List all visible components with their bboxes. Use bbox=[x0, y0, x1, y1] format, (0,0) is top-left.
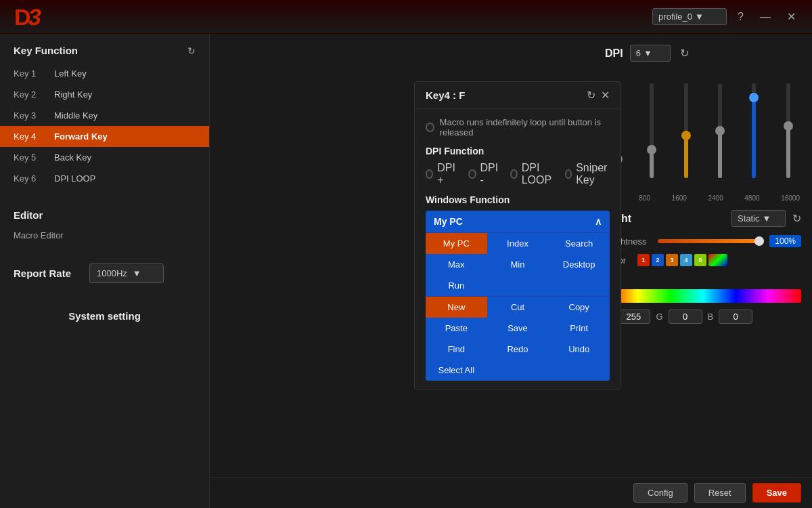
reset-button[interactable]: Reset bbox=[694, 483, 746, 503]
color-gradient[interactable] bbox=[605, 289, 801, 303]
light-header: Light Static ▼ ↻ bbox=[605, 210, 801, 227]
dialog-close-button[interactable]: ✕ bbox=[601, 89, 610, 102]
dropdown-item-new[interactable]: New bbox=[426, 297, 487, 318]
selected-color-number: 1 bbox=[605, 273, 801, 287]
light-mode-selector[interactable]: Static ▼ bbox=[731, 210, 786, 227]
dpi-option-minus[interactable]: DPI - bbox=[468, 162, 500, 186]
dpi-numbers: 400 800 1600 2400 4800 16000 bbox=[605, 194, 801, 202]
dropdown-item-mypc[interactable]: My PC bbox=[426, 233, 487, 254]
dropdown-item-search[interactable]: Search bbox=[548, 233, 610, 254]
system-setting-button[interactable]: System setting bbox=[0, 297, 209, 335]
dpi-option-plus[interactable]: DPI + bbox=[426, 162, 457, 186]
dropdown-item-copy[interactable]: Copy bbox=[548, 297, 610, 318]
editor-title: Editor bbox=[14, 209, 196, 221]
key-list-item-1[interactable]: Key 1 Left Key bbox=[0, 63, 209, 84]
macro-loop-option[interactable]: Macro runs indefinitely loop until butto… bbox=[426, 117, 610, 137]
dpi-section: DPI 6 ▼ ↻ bbox=[605, 45, 801, 202]
macro-loop-radio[interactable] bbox=[426, 123, 434, 132]
key-list-item-2[interactable]: Key 2 Right Key bbox=[0, 84, 209, 105]
color-dot-2[interactable]: 2 bbox=[652, 254, 664, 266]
dropdown-item-index[interactable]: Index bbox=[487, 233, 549, 254]
dpi-sniper-radio[interactable] bbox=[565, 169, 572, 179]
macro-editor-button[interactable]: Macro Editor bbox=[14, 228, 196, 243]
app-logo: D 3 bbox=[11, 3, 51, 30]
rgb-row: R G B bbox=[605, 310, 801, 324]
dpi-slider-4[interactable] bbox=[707, 83, 733, 178]
color-row: Color 1 2 3 4 5 bbox=[605, 254, 801, 266]
key-function-header: Key Function ↻ bbox=[0, 45, 209, 63]
dpi-slider-3[interactable] bbox=[673, 83, 699, 178]
profile-selector[interactable]: profile_0 ▼ bbox=[652, 8, 727, 25]
dropdown-item-desktop[interactable]: Desktop bbox=[548, 254, 610, 275]
dpi-function-title: DPI Function bbox=[426, 146, 610, 156]
dpi-val-3: 1600 bbox=[672, 194, 687, 202]
dropdown-item-redo[interactable]: Redo bbox=[487, 339, 549, 360]
report-rate-section: Report Rate 1000Hz ▼ bbox=[0, 257, 209, 290]
dialog-refresh-button[interactable]: ↻ bbox=[587, 89, 595, 102]
dpi-option-loop[interactable]: DPI LOOP bbox=[510, 162, 554, 186]
dropdown-selected: My PC bbox=[434, 216, 463, 227]
b-input[interactable] bbox=[719, 310, 752, 324]
dropdown-header[interactable]: My PC ∧ bbox=[426, 211, 610, 232]
dpi-val-5: 4800 bbox=[744, 194, 759, 202]
light-refresh-button[interactable]: ↻ bbox=[792, 212, 801, 225]
dropdown-item-max[interactable]: Max bbox=[426, 254, 487, 275]
color-dot-3[interactable]: 3 bbox=[666, 254, 678, 266]
dropdown-item-cut[interactable]: Cut bbox=[487, 297, 549, 318]
key-list-item-3[interactable]: Key 3 Middle Key bbox=[0, 105, 209, 126]
g-input[interactable] bbox=[669, 310, 702, 324]
windows-dropdown: My PC ∧ My PC Index Search Max bbox=[426, 211, 610, 381]
dropdown-item-run[interactable]: Run bbox=[426, 275, 487, 296]
dropdown-item-select-all[interactable]: Select All bbox=[426, 360, 487, 381]
color-dot-1[interactable]: 1 bbox=[637, 254, 650, 266]
close-button[interactable]: ✕ bbox=[782, 7, 801, 26]
dpi-count-selector[interactable]: 6 ▼ bbox=[630, 45, 671, 62]
report-rate-dropdown-icon: ▼ bbox=[133, 268, 141, 278]
brightness-slider[interactable] bbox=[658, 239, 764, 243]
color-dot-4[interactable]: 4 bbox=[680, 254, 692, 266]
config-button[interactable]: Config bbox=[633, 483, 687, 503]
key-function-1: Left Key bbox=[54, 68, 87, 79]
report-rate-label: Report Rate bbox=[14, 268, 81, 279]
dpi-slider-2[interactable] bbox=[639, 83, 664, 178]
color-dot-5[interactable]: 5 bbox=[694, 254, 706, 266]
color-swatch[interactable] bbox=[708, 254, 727, 266]
dialog-content: Macro runs indefinitely loop until butto… bbox=[415, 109, 621, 389]
report-rate-value: 1000Hz bbox=[97, 268, 127, 278]
dpi-sliders bbox=[605, 70, 801, 192]
dpi-minus-radio[interactable] bbox=[468, 169, 476, 179]
dpi-plus-radio[interactable] bbox=[426, 169, 433, 179]
dpi-loop-radio[interactable] bbox=[510, 169, 517, 179]
key-function-refresh-button[interactable]: ↻ bbox=[187, 45, 196, 56]
light-mode: Static bbox=[738, 213, 760, 224]
bottom-bar: Config Reset Save bbox=[210, 477, 812, 508]
dpi-sniper-label: Sniper Key bbox=[576, 162, 610, 186]
dpi-minus-label: DPI - bbox=[480, 162, 500, 186]
dropdown-item-paste[interactable]: Paste bbox=[426, 318, 487, 339]
key-list-item-5[interactable]: Key 5 Back Key bbox=[0, 147, 209, 168]
dpi-option-sniper[interactable]: Sniper Key bbox=[565, 162, 610, 186]
dropdown-item-find[interactable]: Find bbox=[426, 339, 487, 360]
profile-name: profile_0 bbox=[658, 12, 692, 22]
dropdown-item-save[interactable]: Save bbox=[487, 318, 549, 339]
dialog-overlay: Key4 : F ↻ ✕ Macro runs indefinitely loo… bbox=[420, 68, 616, 477]
dropdown-group-5: Paste Save Print bbox=[426, 318, 610, 339]
dropdown-item-undo[interactable]: Undo bbox=[548, 339, 610, 360]
windows-function-title: Windows Function bbox=[426, 194, 610, 205]
help-button[interactable]: ? bbox=[732, 8, 749, 26]
r-input[interactable] bbox=[616, 310, 650, 324]
key-function-title: Key Function bbox=[14, 45, 78, 56]
key-list-item-4[interactable]: Key 4 Forward Key bbox=[0, 126, 209, 147]
dropdown-item-print[interactable]: Print bbox=[548, 318, 610, 339]
dpi-refresh-button[interactable]: ↻ bbox=[680, 47, 689, 60]
macro-loop-label: Macro runs indefinitely loop until butto… bbox=[440, 117, 610, 137]
save-button[interactable]: Save bbox=[752, 483, 801, 503]
dropdown-group-2: Max Min Desktop bbox=[426, 254, 610, 275]
dropdown-group-7: Select All bbox=[426, 360, 610, 381]
key-list-item-6[interactable]: Key 6 DPI LOOP bbox=[0, 168, 209, 189]
dpi-slider-5[interactable] bbox=[741, 83, 767, 178]
dropdown-item-min[interactable]: Min bbox=[487, 254, 549, 275]
report-rate-selector[interactable]: 1000Hz ▼ bbox=[89, 263, 164, 283]
minimize-button[interactable]: — bbox=[754, 8, 776, 26]
dpi-slider-6[interactable] bbox=[775, 83, 801, 178]
